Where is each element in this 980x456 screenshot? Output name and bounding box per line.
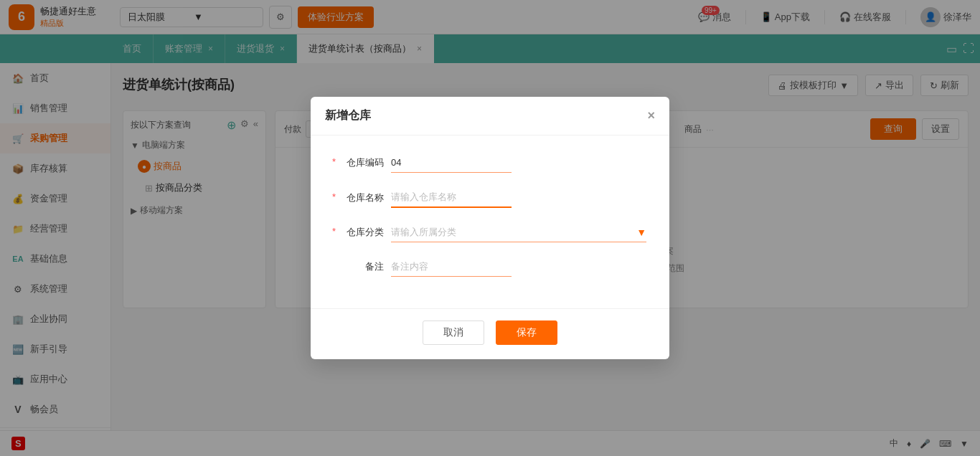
form-row-category: 仓库分类 ▼ <box>334 222 646 242</box>
name-input[interactable] <box>391 187 512 208</box>
code-label: 仓库编码 <box>334 156 391 169</box>
name-label: 仓库名称 <box>334 191 391 204</box>
note-input[interactable] <box>391 257 512 277</box>
modal-overlay: 新增仓库 × 仓库编码 仓库名称 仓库分类 <box>0 0 980 456</box>
category-label: 仓库分类 <box>334 226 391 239</box>
category-select-wrap: ▼ <box>391 222 646 242</box>
form-row-name: 仓库名称 <box>334 187 646 208</box>
modal-footer: 取消 保存 <box>311 308 669 359</box>
modal-close-button[interactable]: × <box>647 108 655 123</box>
code-input-wrap <box>391 153 646 173</box>
modal-body: 仓库编码 仓库名称 仓库分类 ▼ <box>311 136 669 308</box>
note-label: 备注 <box>334 260 391 273</box>
form-row-note: 备注 <box>334 257 646 277</box>
name-input-wrap <box>391 187 646 208</box>
cancel-button[interactable]: 取消 <box>423 320 484 345</box>
code-input[interactable] <box>391 153 512 173</box>
save-button[interactable]: 保存 <box>496 320 557 345</box>
modal-header: 新增仓库 × <box>311 97 669 136</box>
note-input-wrap <box>391 257 646 277</box>
add-warehouse-modal: 新增仓库 × 仓库编码 仓库名称 仓库分类 <box>311 97 669 359</box>
category-dropdown-icon[interactable]: ▼ <box>636 227 646 238</box>
modal-title: 新增仓库 <box>325 108 371 123</box>
form-row-code: 仓库编码 <box>334 153 646 173</box>
category-input[interactable] <box>391 222 636 242</box>
